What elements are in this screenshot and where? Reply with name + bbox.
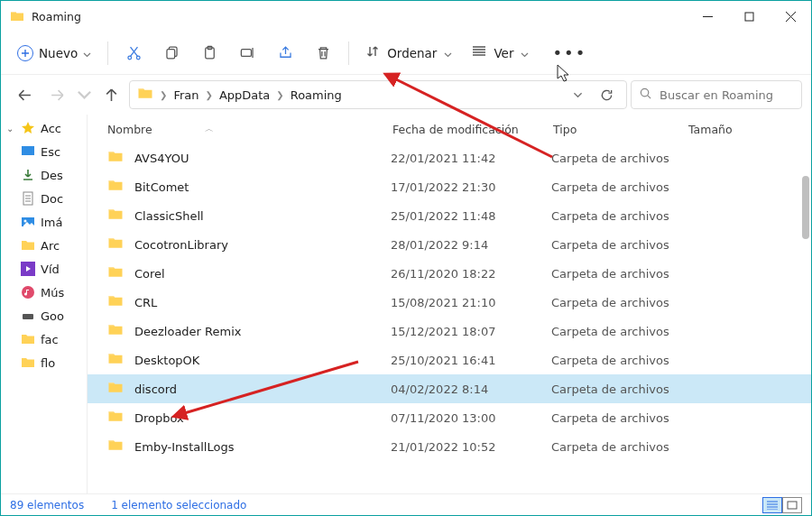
more-button[interactable]: ••• xyxy=(540,38,599,68)
table-row[interactable]: Deezloader Remix15/12/2021 18:07Carpeta … xyxy=(88,317,811,346)
file-type: Carpeta de archivos xyxy=(551,382,705,396)
maximize-button[interactable] xyxy=(728,1,770,32)
file-name: DesktopOK xyxy=(134,354,391,367)
rename-button[interactable] xyxy=(229,37,265,69)
sidebar-item[interactable]: flo xyxy=(1,351,87,374)
file-date: 15/12/2021 18:07 xyxy=(391,325,551,338)
search-input[interactable] xyxy=(660,88,794,102)
sidebar-item[interactable]: Goo xyxy=(1,304,87,327)
file-name: AVS4YOU xyxy=(134,152,391,165)
col-name[interactable]: Nombre xyxy=(107,123,152,136)
table-row[interactable]: DesktopOK25/10/2021 16:41Carpeta de arch… xyxy=(88,346,811,374)
file-date: 22/01/2021 11:42 xyxy=(391,152,551,165)
folder-icon xyxy=(107,236,134,253)
back-button[interactable] xyxy=(10,80,39,109)
chevron-right-icon: ❯ xyxy=(275,90,284,100)
chevron-down-icon xyxy=(83,46,91,60)
table-row[interactable]: CocotronLibrary28/01/2022 9:14Carpeta de… xyxy=(88,230,811,259)
folder-icon xyxy=(107,352,134,368)
address-dropdown[interactable] xyxy=(565,82,590,107)
status-count: 89 elementos xyxy=(10,499,84,511)
file-type: Carpeta de archivos xyxy=(551,296,705,309)
search-box[interactable] xyxy=(631,80,802,109)
file-type: Carpeta de archivos xyxy=(551,180,705,194)
details-view-toggle[interactable] xyxy=(762,497,782,513)
scrollbar-thumb[interactable] xyxy=(802,176,809,239)
address-bar[interactable]: ❯ Fran ❯ AppData ❯ Roaming xyxy=(129,80,627,109)
table-row[interactable]: Corel26/11/2020 18:22Carpeta de archivos xyxy=(88,259,811,288)
file-date: 21/01/2022 10:52 xyxy=(391,440,551,454)
sidebar-item[interactable]: Arc xyxy=(1,234,87,257)
new-button[interactable]: Nuevo xyxy=(8,40,100,67)
status-bar: 89 elementos 1 elemento seleccionado xyxy=(1,493,811,515)
scrollbar[interactable] xyxy=(798,32,811,495)
view-button[interactable]: Ver xyxy=(463,40,538,66)
sidebar-item[interactable]: Mús xyxy=(1,281,87,304)
forward-button[interactable] xyxy=(42,80,71,109)
sidebar-item[interactable]: Doc xyxy=(1,187,87,210)
sidebar-item[interactable]: fac xyxy=(1,327,87,351)
breadcrumb-segment[interactable]: Fran xyxy=(170,87,202,104)
sort-indicator: ︿ xyxy=(205,123,214,135)
table-row[interactable]: Dropbox07/11/2020 13:00Carpeta de archiv… xyxy=(88,403,811,432)
sort-button[interactable]: Ordenar xyxy=(356,39,461,67)
sidebar-item[interactable]: Des xyxy=(1,163,87,187)
share-button[interactable] xyxy=(267,37,303,69)
new-label: Nuevo xyxy=(39,46,78,60)
sidebar-item[interactable]: Víd xyxy=(1,257,87,281)
file-name: Deezloader Remix xyxy=(134,325,391,338)
list-icon xyxy=(472,45,486,60)
col-size[interactable]: Tamaño xyxy=(688,123,779,136)
download-icon xyxy=(21,168,35,182)
file-name: ClassicShell xyxy=(134,209,391,223)
sidebar: ⌄AccEscDesDocImáArcVídMúsGoofacflo xyxy=(1,115,88,495)
svg-point-12 xyxy=(24,220,27,223)
chevron-right-icon: ❯ xyxy=(204,90,213,100)
sidebar-label: flo xyxy=(41,356,55,370)
svg-rect-7 xyxy=(241,50,251,57)
minimize-button[interactable] xyxy=(687,1,728,32)
column-headers[interactable]: Nombre︿ Fecha de modificación Tipo Tamañ… xyxy=(88,115,811,143)
table-row[interactable]: ClassicShell25/01/2022 11:48Carpeta de a… xyxy=(88,201,811,230)
breadcrumb-segment[interactable]: AppData xyxy=(216,87,273,104)
file-date: 07/11/2020 13:00 xyxy=(391,411,551,425)
svg-rect-0 xyxy=(745,13,753,21)
folder-icon xyxy=(107,323,134,339)
file-type: Carpeta de archivos xyxy=(551,152,705,165)
copy-button[interactable] xyxy=(153,37,189,69)
cut-button[interactable] xyxy=(115,37,152,69)
file-type: Carpeta de archivos xyxy=(551,411,705,425)
sidebar-item[interactable]: Imá xyxy=(1,210,87,234)
file-type: Carpeta de archivos xyxy=(551,440,705,454)
delete-button[interactable] xyxy=(305,37,341,69)
refresh-button[interactable] xyxy=(594,82,619,107)
breadcrumb-segment[interactable]: Roaming xyxy=(287,87,346,104)
file-name: discord xyxy=(134,382,391,396)
sidebar-item[interactable]: ⌄Acc xyxy=(1,116,87,140)
chevron-right-icon: ❯ xyxy=(159,90,168,100)
file-name: BitComet xyxy=(134,180,391,194)
col-type[interactable]: Tipo xyxy=(553,123,688,136)
sidebar-item[interactable]: Esc xyxy=(1,140,87,163)
file-date: 17/01/2022 21:30 xyxy=(391,180,551,194)
chevron-down-icon xyxy=(444,46,452,60)
paste-button[interactable] xyxy=(191,37,227,69)
file-name: CRL xyxy=(134,296,391,309)
table-row[interactable]: AVS4YOU22/01/2021 11:42Carpeta de archiv… xyxy=(88,143,811,172)
table-row[interactable]: BitComet17/01/2022 21:30Carpeta de archi… xyxy=(88,172,811,201)
up-button[interactable] xyxy=(97,80,125,109)
sidebar-label: Des xyxy=(41,169,63,182)
sort-label: Ordenar xyxy=(387,46,437,60)
table-row[interactable]: CRL15/08/2021 21:10Carpeta de archivos xyxy=(88,288,811,317)
recent-button[interactable] xyxy=(75,80,93,109)
sidebar-label: fac xyxy=(41,333,59,346)
table-row[interactable]: discord04/02/2022 8:14Carpeta de archivo… xyxy=(88,374,811,403)
table-row[interactable]: Emby-InstallLogs21/01/2022 10:52Carpeta … xyxy=(88,432,811,461)
desktop-blue-icon xyxy=(21,144,35,159)
file-type: Carpeta de archivos xyxy=(551,325,705,338)
close-button[interactable] xyxy=(770,1,811,32)
folder-icon xyxy=(107,207,134,224)
sidebar-label: Acc xyxy=(41,122,61,135)
col-date[interactable]: Fecha de modificación xyxy=(392,123,553,136)
icons-view-toggle[interactable] xyxy=(782,497,802,513)
